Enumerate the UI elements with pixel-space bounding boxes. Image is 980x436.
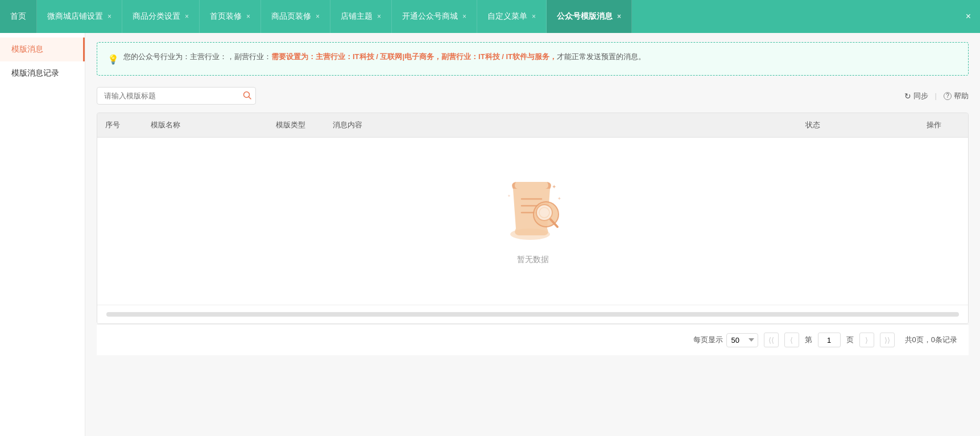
close-icon[interactable]: × [377, 13, 381, 20]
tab-home[interactable]: 首页 [0, 0, 37, 33]
sidebar: 模版消息 模版消息记录 [0, 33, 85, 436]
close-icon[interactable]: × [246, 13, 250, 20]
per-page-wrap: 每页显示 10 20 50 100 [693, 333, 758, 347]
tab-open-wechat-mall[interactable]: 开通公众号商城 × [392, 0, 477, 33]
first-page-button[interactable]: ⟨⟨ [764, 333, 779, 347]
top-nav: 首页 微商城店铺设置 × 商品分类设置 × 首页装修 × 商品页装修 × 店铺主… [0, 0, 980, 33]
close-icon[interactable]: × [185, 13, 189, 20]
sync-icon: ↻ [904, 92, 911, 101]
total-info: 共0页，0条记录 [905, 335, 957, 345]
close-icon[interactable]: × [617, 13, 621, 20]
svg-line-1 [249, 97, 251, 99]
fake-scrollbar[interactable] [106, 312, 959, 317]
prev-page-button[interactable]: ⟨ [784, 333, 799, 347]
data-table: 序号 模版名称 模版类型 消息内容 状态 操作 [97, 113, 969, 324]
tab-homepage-decor[interactable]: 首页装修 × [200, 0, 261, 33]
toolbar-divider: | [935, 92, 937, 100]
th-seq: 序号 [97, 113, 143, 137]
close-icon[interactable]: × [462, 13, 466, 20]
page-input[interactable] [818, 333, 841, 347]
table-header: 序号 模版名称 模版类型 消息内容 状态 操作 [97, 113, 968, 138]
next-page-button[interactable]: ⟩ [859, 333, 874, 347]
tab-shop-theme[interactable]: 店铺主题 × [330, 0, 392, 33]
last-page-button[interactable]: ⟩⟩ [880, 333, 895, 347]
sidebar-item-template-message[interactable]: 模版消息 [0, 38, 85, 61]
scrollbar-area[interactable] [97, 305, 968, 323]
th-type: 模版类型 [268, 113, 325, 137]
search-button[interactable] [243, 91, 251, 101]
tab-category-settings[interactable]: 商品分类设置 × [122, 0, 200, 33]
tab-shop-settings[interactable]: 微商城店铺设置 × [37, 0, 122, 33]
sidebar-item-template-message-record[interactable]: 模版消息记录 [0, 61, 85, 85]
svg-text:✦: ✦ [507, 194, 511, 198]
global-close-button[interactable]: × [966, 11, 971, 22]
th-op: 操作 [900, 113, 968, 137]
tab-custom-menu[interactable]: 自定义菜单 × [477, 0, 547, 33]
help-icon: ? [944, 92, 952, 100]
th-name: 模版名称 [143, 113, 268, 137]
empty-illustration: ✦ ✦ ✦ [496, 172, 570, 246]
content-area: 💡 您的公众号行业为：主营行业：，副营行业：需要设置为：主营行业：IT科技 / … [85, 33, 980, 436]
empty-text: 暂无数据 [517, 255, 549, 265]
close-icon[interactable]: × [107, 13, 111, 20]
svg-text:✦: ✦ [557, 196, 561, 201]
help-button[interactable]: ? 帮助 [944, 91, 969, 101]
pagination: 每页显示 10 20 50 100 ⟨⟨ ⟨ 第 页 ⟩ ⟩⟩ 共0页，0条记录 [97, 324, 969, 355]
svg-text:✦: ✦ [552, 184, 556, 190]
page-size-select[interactable]: 10 20 50 100 [726, 333, 758, 347]
search-input[interactable] [97, 87, 256, 105]
search-bar: ↻ 同步 | ? 帮助 [97, 87, 969, 105]
search-input-wrap [97, 87, 256, 105]
close-icon[interactable]: × [316, 13, 320, 20]
th-status: 状态 [797, 113, 900, 137]
tab-template-message[interactable]: 公众号模版消息 × [547, 0, 632, 33]
sync-button[interactable]: ↻ 同步 [904, 91, 928, 101]
light-icon: 💡 [107, 52, 119, 67]
empty-svg: ✦ ✦ ✦ [496, 172, 570, 246]
toolbar-right: ↻ 同步 | ? 帮助 [904, 91, 969, 101]
notice-box: 💡 您的公众号行业为：主营行业：，副营行业：需要设置为：主营行业：IT科技 / … [97, 42, 969, 76]
svg-point-7 [536, 205, 552, 221]
tab-product-decor[interactable]: 商品页装修 × [261, 0, 330, 33]
close-icon[interactable]: × [532, 13, 536, 20]
th-content: 消息内容 [325, 113, 797, 137]
search-icon [243, 91, 251, 99]
main-layout: 模版消息 模版消息记录 💡 您的公众号行业为：主营行业：，副营行业：需要设置为：… [0, 33, 980, 436]
empty-state: ✦ ✦ ✦ 暂无数据 [97, 138, 968, 305]
